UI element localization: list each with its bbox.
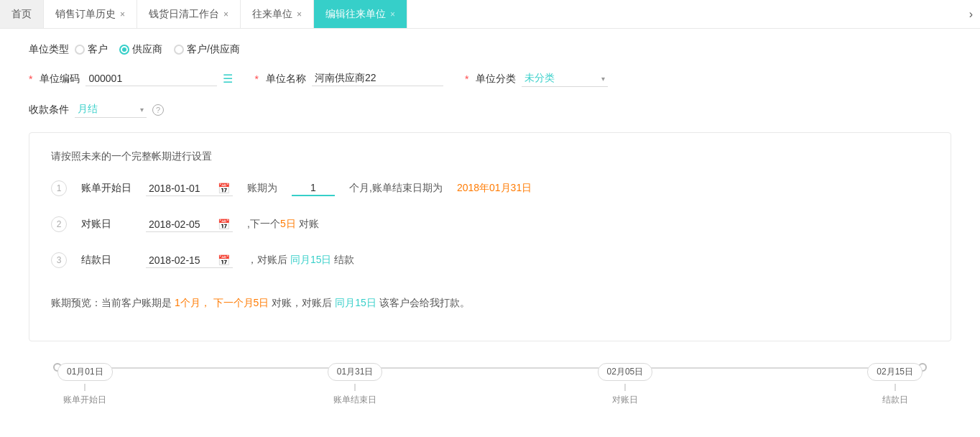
timeline-item-1: 01月31日 账单结束日	[328, 363, 383, 406]
unit-category-group: * 单位分类 未分类 ▾	[465, 70, 608, 87]
unit-category-chevron-icon: ▾	[601, 75, 605, 83]
timeline-label-0: 账单开始日	[63, 394, 106, 406]
preview-prefix: 账期预览：当前客户账期是	[51, 297, 175, 308]
step-1-date-input[interactable]	[149, 183, 213, 194]
radio-supplier-label: 供应商	[132, 43, 162, 56]
timeline-items: 01月01日 账单开始日 01月31日 账单结束日 02月05日 对账日 02月…	[57, 363, 923, 406]
tab-bar: 首页 销售订单历史 × 钱货日清工作台 × 往来单位 × 编辑往来单位 × ›	[0, 0, 980, 29]
tab-home[interactable]: 首页	[0, 0, 44, 28]
step-1-extra-label: 账期为	[247, 182, 277, 195]
unit-name-group: * 单位名称	[254, 71, 443, 86]
timeline-item-0: 01月01日 账单开始日	[57, 363, 113, 406]
card-title: 请按照未来的一个完整帐期进行设置	[51, 150, 929, 163]
timeline-label-1: 账单结束日	[333, 394, 376, 406]
timeline-label-3: 结款日	[882, 394, 908, 406]
tab-partner-label: 往来单位	[252, 8, 292, 21]
timeline-section: 01月01日 账单开始日 01月31日 账单结束日 02月05日 对账日 02月…	[29, 356, 951, 413]
payment-terms-label: 收款条件	[29, 104, 69, 116]
unit-category-value: 未分类	[524, 72, 598, 85]
step-2-calendar-icon[interactable]: 📅	[218, 218, 230, 230]
preview-suffix: 该客户会给我打款。	[379, 297, 470, 308]
tab-sales-order-label: 销售订单历史	[55, 8, 116, 21]
tab-sales-order-close[interactable]: ×	[120, 9, 125, 19]
tab-edit-partner-label: 编辑往来单位	[325, 8, 386, 21]
step-row-2: 2 对账日 📅 ,下一个5日 对账	[51, 216, 929, 232]
step-2-date-input[interactable]	[149, 218, 213, 230]
tab-cash-clear-close[interactable]: ×	[223, 9, 228, 19]
tab-more-button[interactable]: ›	[962, 0, 980, 28]
radio-both-circle	[174, 45, 184, 55]
tab-edit-partner[interactable]: 编辑往来单位 ×	[314, 0, 407, 28]
unit-category-label: 单位分类	[476, 73, 516, 86]
preview-section: 账期预览：当前客户账期是 1个月， 下一个月5日 对账，对账后 同月15日 该客…	[51, 282, 929, 323]
main-content: 单位类型 客户 供应商 客户/供应商 * 单位编码	[0, 29, 980, 437]
radio-supplier-circle	[119, 45, 129, 55]
timeline-tick-1	[354, 384, 356, 391]
step-label-3: 结款日	[81, 254, 131, 267]
unit-code-group: * 单位编码 ☰	[29, 71, 233, 86]
tab-home-label: 首页	[11, 8, 32, 21]
step-2-desc: ,下一个5日 对账	[247, 218, 319, 231]
unit-info-row: * 单位编码 ☰ * 单位名称 * 单位分类 未分类 ▾	[29, 70, 951, 87]
payment-terms-select[interactable]: 月结 ▾	[75, 101, 147, 118]
timeline-item-3: 02月15日 结款日	[867, 363, 923, 406]
timeline-label-2: 对账日	[612, 394, 638, 406]
unit-type-row: 单位类型 客户 供应商 客户/供应商	[29, 43, 951, 56]
timeline-container: 01月01日 账单开始日 01月31日 账单结束日 02月05日 对账日 02月…	[57, 356, 923, 406]
unit-name-label: 单位名称	[266, 73, 306, 86]
timeline-item-2: 02月05日 对账日	[598, 363, 653, 406]
preview-middle: 对账，对账后	[272, 297, 335, 308]
tab-partner-close[interactable]: ×	[297, 9, 302, 19]
timeline-badge-1: 01月31日	[328, 363, 383, 381]
step-label-2: 对账日	[81, 218, 131, 231]
radio-customer-circle	[75, 45, 85, 55]
step-3-date-wrap: 📅	[146, 253, 233, 268]
step-num-2: 2	[51, 216, 67, 232]
radio-customer-label: 客户	[88, 43, 108, 56]
unit-code-icon[interactable]: ☰	[223, 72, 233, 86]
timeline-tick-2	[624, 384, 626, 391]
unit-name-input[interactable]	[312, 71, 443, 86]
unit-code-label: 单位编码	[40, 73, 80, 86]
timeline-tick-0	[84, 384, 85, 391]
preview-part2: 下一个月5日	[213, 297, 269, 308]
tab-cash-clear-label: 钱货日清工作台	[149, 8, 219, 21]
step-1-calendar-icon[interactable]: 📅	[218, 183, 230, 194]
payment-terms-group: 收款条件 月结 ▾ ?	[29, 101, 164, 118]
step-1-period-input[interactable]	[292, 180, 335, 196]
step-2-date-wrap: 📅	[146, 217, 233, 232]
payment-terms-chevron-icon: ▾	[140, 106, 144, 114]
radio-both-label: 客户/供应商	[187, 43, 240, 56]
tab-edit-partner-close[interactable]: ×	[390, 9, 395, 19]
card-section: 请按照未来的一个完整帐期进行设置 1 账单开始日 📅 账期为 个月,账单结束日期…	[29, 132, 951, 341]
payment-terms-value: 月结	[78, 103, 137, 116]
timeline-badge-0: 01月01日	[57, 363, 113, 381]
payment-terms-row: 收款条件 月结 ▾ ?	[29, 101, 951, 118]
step-num-3: 3	[51, 252, 67, 268]
unit-code-input[interactable]	[85, 71, 217, 86]
unit-type-label: 单位类型	[29, 43, 69, 56]
radio-supplier[interactable]: 供应商	[119, 43, 162, 56]
radio-group: 客户 供应商 客户/供应商	[75, 43, 240, 56]
step-3-date-input[interactable]	[149, 254, 213, 266]
unit-category-star: *	[465, 73, 468, 85]
tab-cash-clear[interactable]: 钱货日清工作台 ×	[137, 0, 241, 28]
preview-part3: 同月15日	[335, 297, 376, 308]
unit-code-star: *	[29, 73, 32, 85]
step-3-calendar-icon[interactable]: 📅	[218, 254, 230, 266]
unit-category-select[interactable]: 未分类 ▾	[522, 70, 608, 87]
tab-partner[interactable]: 往来单位 ×	[241, 0, 314, 28]
step-3-desc: ，对账后 同月15日 结款	[247, 254, 354, 267]
step-1-end-date: 2018年01月31日	[457, 182, 532, 195]
step-label-1: 账单开始日	[81, 182, 131, 195]
preview-part1: 1个月，	[175, 297, 211, 308]
step-1-unit-label: 个月,账单结束日期为	[349, 182, 443, 195]
step-1-date-wrap: 📅	[146, 181, 233, 196]
timeline-badge-3: 02月15日	[867, 363, 923, 381]
question-icon[interactable]: ?	[152, 104, 164, 116]
radio-both[interactable]: 客户/供应商	[174, 43, 240, 56]
radio-customer[interactable]: 客户	[75, 43, 108, 56]
step-row-3: 3 结款日 📅 ，对账后 同月15日 结款	[51, 252, 929, 268]
timeline-badge-2: 02月05日	[598, 363, 653, 381]
tab-sales-order[interactable]: 销售订单历史 ×	[44, 0, 137, 28]
